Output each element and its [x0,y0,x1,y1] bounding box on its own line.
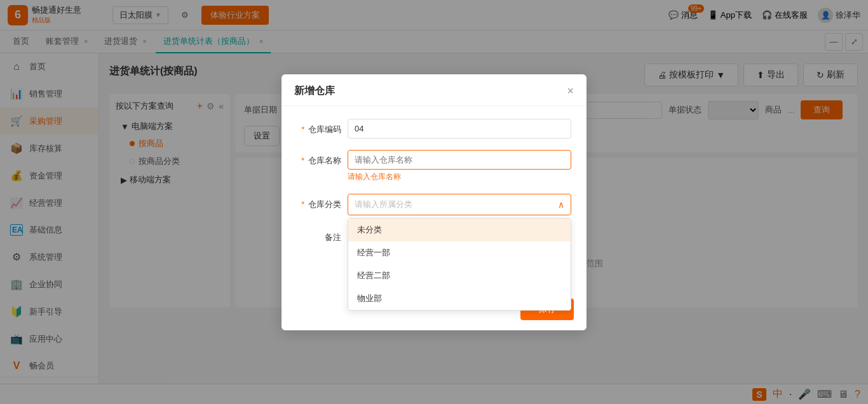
name-label: * 仓库名称 [297,150,348,166]
code-field [348,119,571,138]
dropdown-item-1[interactable]: 经营一部 [348,241,571,264]
modal-close-button[interactable]: × [567,84,574,98]
dropdown-item-3[interactable]: 物业部 [348,287,571,310]
dropdown-item-2[interactable]: 经营二部 [348,264,571,287]
new-warehouse-modal: 新增仓库 × * 仓库编码 * 仓库名称 [281,74,587,330]
note-label: 备注 [297,227,348,243]
modal-title: 新增仓库 [294,84,335,98]
category-placeholder: 请输入所属分类 [355,199,412,210]
form-row-category: * 仓库分类 请输入所属分类 ∧ 未分类 经营一部 [297,194,571,215]
category-field: 请输入所属分类 ∧ 未分类 经营一部 经营二部 [348,194,571,215]
form-row-name: * 仓库名称 请输入仓库名称 [297,150,571,182]
category-select[interactable]: 请输入所属分类 ∧ [348,194,571,215]
category-label: * 仓库分类 [297,194,348,210]
name-error-msg: 请输入仓库名称 [348,172,571,182]
modal-header: 新增仓库 × [281,74,587,106]
form-row-code: * 仓库编码 [297,119,571,138]
chevron-up-icon: ∧ [558,199,564,210]
warehouse-name-input[interactable] [348,150,571,170]
modal-overlay: 新增仓库 × * 仓库编码 * 仓库名称 [0,0,868,404]
category-dropdown: 未分类 经营一部 经营二部 物业部 [348,218,571,311]
code-label: * 仓库编码 [297,119,348,135]
warehouse-code-input[interactable] [348,119,571,138]
dropdown-item-0[interactable]: 未分类 [348,219,571,241]
modal-body: * 仓库编码 * 仓库名称 请输入仓库名称 [281,106,587,291]
name-field: 请输入仓库名称 [348,150,571,182]
